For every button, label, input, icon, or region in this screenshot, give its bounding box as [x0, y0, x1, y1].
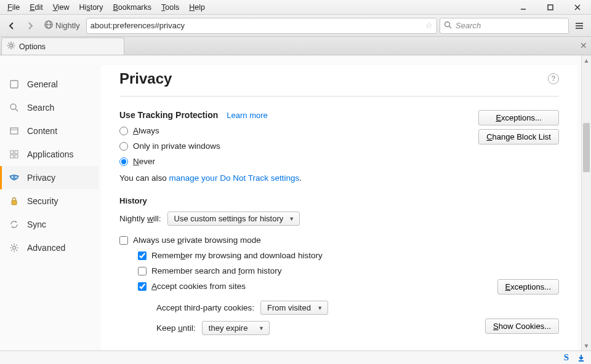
sidebar-item-applications[interactable]: Applications	[0, 143, 98, 166]
content-icon	[9, 125, 20, 136]
status-s-icon[interactable]: S	[561, 353, 571, 363]
menu-history[interactable]: History	[74, 1, 108, 14]
remember-search-checkbox[interactable]: Remember search and form history	[138, 266, 559, 275]
history-heading: History	[119, 196, 147, 205]
menu-tools[interactable]: Tools	[156, 1, 184, 14]
window-maximize[interactable]	[537, 0, 564, 15]
tracking-learn-more-link[interactable]: Learn more	[227, 111, 267, 120]
hamburger-menu[interactable]	[571, 18, 587, 34]
status-bar: S	[0, 350, 591, 364]
remember-history-input[interactable]	[138, 251, 147, 260]
preferences-sidebar: General Search Content Applications Priv…	[0, 55, 98, 350]
radio-never-input[interactable]	[119, 157, 128, 166]
page-title-row: Privacy ?	[119, 70, 559, 97]
help-icon[interactable]: ?	[548, 73, 559, 84]
svg-rect-28	[10, 155, 14, 158]
status-download-icon[interactable]	[576, 353, 586, 363]
sidebar-item-general[interactable]: General	[0, 73, 98, 96]
remember-search-input[interactable]	[138, 267, 147, 275]
scroll-down-arrow[interactable]: ▼	[582, 341, 591, 350]
sidebar-item-privacy[interactable]: Privacy	[0, 166, 98, 189]
change-block-list-button[interactable]: Change Block List	[478, 129, 559, 144]
tracking-radio-always[interactable]: Always	[119, 126, 302, 135]
forward-button[interactable]	[22, 18, 38, 34]
sidebar-item-sync[interactable]: Sync	[0, 213, 98, 236]
menu-edit[interactable]: Edit	[25, 1, 48, 14]
menu-bookmarks[interactable]: Bookmarks	[108, 1, 157, 14]
svg-rect-27	[15, 151, 18, 154]
accept-cookies-label: Accept cookies from sites	[151, 282, 246, 291]
svg-rect-24	[10, 128, 18, 134]
url-bar[interactable]: about:preferences#privacy ☆	[86, 18, 437, 34]
tracking-radio-private[interactable]: Only in private windows	[119, 141, 302, 151]
globe-icon	[44, 20, 53, 31]
tracking-radio-never[interactable]: Never	[119, 157, 302, 166]
tab-options[interactable]: Options	[1, 38, 124, 55]
sidebar-item-label: Content	[27, 126, 57, 136]
search-icon	[9, 102, 20, 113]
menu-view[interactable]: View	[48, 1, 74, 14]
radio-always-input[interactable]	[119, 127, 128, 135]
keep-until-select[interactable]: they expire	[202, 321, 270, 335]
svg-line-38	[11, 245, 12, 246]
svg-point-22	[10, 104, 16, 109]
tracking-exceptions-button[interactable]: Exceptions...	[478, 110, 559, 125]
scroll-up-arrow[interactable]: ▲	[582, 55, 591, 65]
show-cookies-button[interactable]: Show Cookies...	[485, 318, 559, 334]
scrollbar-thumb[interactable]	[583, 123, 590, 172]
svg-line-19	[13, 43, 14, 44]
radio-always-label: Always	[133, 126, 159, 135]
general-icon	[9, 79, 20, 90]
svg-point-33	[13, 247, 16, 250]
identity-label: Nightly	[55, 21, 80, 30]
svg-line-23	[15, 109, 18, 111]
search-bar[interactable]: Search	[440, 18, 569, 34]
history-mode-select[interactable]: Use custom settings for history	[167, 212, 300, 226]
accept-cookies-input[interactable]	[138, 282, 147, 291]
window-minimize[interactable]	[510, 0, 537, 15]
svg-point-7	[445, 22, 450, 26]
dnt-note: You can also manage your Do Not Track se…	[119, 173, 302, 183]
gear-icon	[7, 41, 15, 52]
tabstrip-close-icon[interactable]: ✕	[580, 41, 587, 50]
keep-until-value: they expire	[209, 323, 248, 333]
svg-point-12	[10, 44, 13, 47]
bookmark-star-icon[interactable]: ☆	[425, 21, 433, 30]
tab-title: Options	[19, 42, 46, 51]
svg-line-18	[13, 47, 14, 49]
menu-bar: File Edit View History Bookmarks Tools H…	[0, 0, 591, 15]
sidebar-item-search[interactable]: Search	[0, 96, 98, 119]
applications-icon	[9, 149, 20, 160]
always-private-checkbox[interactable]: Always use private browsing mode	[119, 235, 559, 245]
vertical-scrollbar[interactable]: ▲ ▼	[581, 55, 591, 350]
window-controls	[510, 0, 591, 15]
always-private-input[interactable]	[119, 236, 128, 245]
dnt-settings-link[interactable]: manage your Do Not Track settings	[169, 173, 300, 183]
privacy-mask-icon	[9, 172, 20, 183]
svg-rect-21	[10, 81, 18, 88]
remember-history-checkbox[interactable]: Remember my browsing and download histor…	[138, 251, 559, 260]
identity-box[interactable]: Nightly	[41, 20, 84, 31]
history-mode-value: Use custom settings for history	[174, 214, 284, 223]
tracking-heading: Use Tracking Protection	[119, 110, 218, 120]
sidebar-item-advanced[interactable]: Advanced	[0, 236, 98, 259]
svg-rect-29	[15, 155, 18, 158]
svg-line-40	[16, 245, 17, 246]
radio-never-label: Never	[133, 157, 155, 166]
sidebar-item-label: Security	[27, 196, 58, 206]
window-close[interactable]	[564, 0, 591, 15]
search-placeholder: Search	[456, 21, 481, 30]
radio-private-input[interactable]	[119, 142, 128, 151]
sidebar-item-security[interactable]: Security	[0, 189, 98, 213]
preferences-main-panel: Privacy ? Use Tracking Protection Learn …	[101, 65, 577, 350]
back-button[interactable]	[4, 18, 20, 34]
menu-file[interactable]: File	[2, 1, 25, 14]
sidebar-item-content[interactable]: Content	[0, 119, 98, 143]
svg-rect-1	[548, 5, 553, 10]
cookies-exceptions-button[interactable]: Exceptions...	[497, 279, 559, 295]
sidebar-item-label: Advanced	[27, 243, 65, 253]
third-party-select[interactable]: From visited	[260, 301, 328, 315]
accept-cookies-checkbox[interactable]: Accept cookies from sites	[138, 282, 246, 291]
gear-icon	[9, 242, 20, 253]
menu-help[interactable]: Help	[184, 1, 210, 14]
